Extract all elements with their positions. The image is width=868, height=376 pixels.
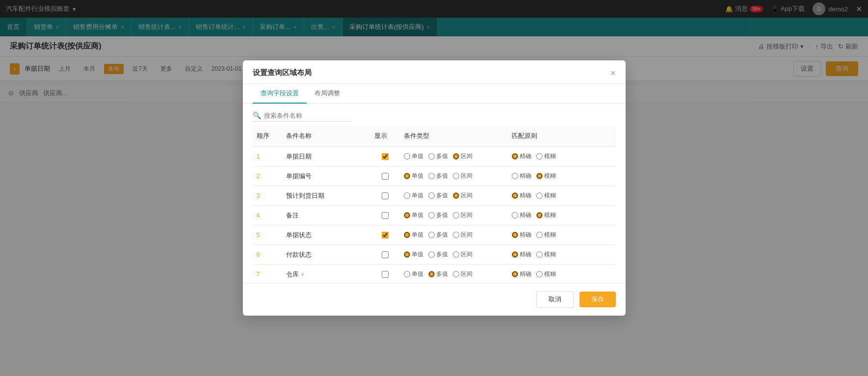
cond-radio-multi-2[interactable] [428, 192, 435, 199]
condition-type-group-3: 单值多值区间 [400, 208, 508, 222]
cond-single-6[interactable]: 单值 [404, 270, 423, 278]
row-display-5[interactable] [370, 248, 400, 261]
match-exact-6[interactable]: 精确 [512, 270, 531, 278]
cond-multi-5[interactable]: 多值 [428, 250, 448, 259]
match-radio-fuzzy-6[interactable] [536, 271, 543, 277]
cond-radio-multi-1[interactable] [428, 173, 435, 179]
row-display-2[interactable] [370, 189, 400, 202]
row-chevron-icon-6: ∨ [301, 271, 304, 277]
row-name-6[interactable]: 仓库∨ [282, 267, 370, 282]
save-button[interactable]: 保存 [579, 292, 616, 307]
cond-multi-4[interactable]: 多值 [428, 231, 448, 239]
match-radio-exact-3[interactable] [512, 212, 518, 218]
match-radio-fuzzy-4[interactable] [536, 232, 543, 238]
cond-radio-single-2[interactable] [404, 192, 410, 199]
row-display-6[interactable] [370, 268, 400, 281]
cond-radio-range-1[interactable] [453, 173, 459, 179]
cond-radio-multi-3[interactable] [428, 212, 435, 218]
match-radio-exact-0[interactable] [512, 153, 518, 160]
cond-range-4[interactable]: 区间 [453, 231, 473, 239]
match-fuzzy-0[interactable]: 模糊 [536, 152, 556, 161]
match-radio-exact-5[interactable] [512, 251, 518, 258]
cond-radio-multi-0[interactable] [428, 153, 435, 160]
match-fuzzy-2[interactable]: 模糊 [536, 191, 556, 200]
cond-radio-multi-4[interactable] [428, 232, 435, 238]
display-checkbox-6[interactable] [382, 271, 389, 278]
cond-radio-range-5[interactable] [453, 251, 459, 258]
display-checkbox-1[interactable] [382, 173, 389, 180]
match-rule-group-6: 精确模糊 [508, 267, 616, 281]
cond-multi-1[interactable]: 多值 [428, 172, 448, 180]
cond-single-1[interactable]: 单值 [404, 172, 423, 180]
match-radio-exact-6[interactable] [512, 271, 518, 277]
match-radio-fuzzy-3[interactable] [536, 212, 543, 218]
cond-multi-2[interactable]: 多值 [428, 191, 448, 200]
dialog-close-button[interactable]: × [610, 69, 616, 78]
match-radio-fuzzy-2[interactable] [536, 192, 543, 199]
cond-radio-single-5[interactable] [404, 251, 410, 258]
display-checkbox-5[interactable] [382, 251, 389, 258]
cond-range-2[interactable]: 区间 [453, 191, 473, 200]
cond-radio-single-4[interactable] [404, 232, 410, 238]
display-checkbox-2[interactable] [382, 192, 389, 199]
cond-radio-range-4[interactable] [453, 232, 459, 238]
cond-single-2[interactable]: 单值 [404, 191, 423, 200]
match-fuzzy-4[interactable]: 模糊 [536, 231, 556, 239]
match-rule-group-1: 精确模糊 [508, 169, 616, 183]
cond-radio-single-0[interactable] [404, 153, 410, 160]
match-radio-fuzzy-1[interactable] [536, 173, 543, 179]
cond-range-6[interactable]: 区间 [453, 270, 473, 278]
match-radio-fuzzy-5[interactable] [536, 251, 543, 258]
cond-range-3[interactable]: 区间 [453, 211, 473, 219]
header-name: 条件名称 [282, 130, 370, 142]
cond-single-4[interactable]: 单值 [404, 231, 423, 239]
match-fuzzy-5[interactable]: 模糊 [536, 250, 556, 259]
cond-radio-multi-6[interactable] [428, 271, 435, 277]
dialog-tab-query-fields[interactable]: 查询字段设置 [253, 84, 307, 104]
cond-radio-multi-5[interactable] [428, 251, 435, 258]
match-fuzzy-3[interactable]: 模糊 [536, 211, 556, 219]
cond-radio-single-3[interactable] [404, 212, 410, 218]
cond-range-0[interactable]: 区间 [453, 152, 473, 161]
row-display-3[interactable] [370, 209, 400, 222]
cond-radio-range-3[interactable] [453, 212, 459, 218]
match-exact-2[interactable]: 精确 [512, 191, 531, 200]
match-exact-3[interactable]: 精确 [512, 211, 531, 219]
table-row: 3预计到货日期单值多值区间精确模糊 [253, 186, 616, 206]
match-fuzzy-6[interactable]: 模糊 [536, 270, 556, 278]
cond-radio-single-1[interactable] [404, 173, 410, 179]
cancel-button[interactable]: 取消 [536, 291, 574, 308]
cond-multi-6[interactable]: 多值 [428, 270, 448, 278]
match-fuzzy-1[interactable]: 模糊 [536, 172, 556, 180]
cond-single-3[interactable]: 单值 [404, 211, 423, 219]
row-display-0[interactable] [370, 150, 400, 163]
row-display-4[interactable] [370, 229, 400, 242]
cond-multi-0[interactable]: 多值 [428, 152, 448, 161]
dialog-overlay: 设置查询区域布局 × 查询字段设置 布局调整 🔍 顺序 条件名称 显示 [0, 0, 868, 376]
match-radio-exact-2[interactable] [512, 192, 518, 199]
cond-radio-range-0[interactable] [453, 153, 459, 160]
cond-range-5[interactable]: 区间 [453, 250, 473, 259]
match-exact-5[interactable]: 精确 [512, 250, 531, 259]
match-exact-1[interactable]: 精确 [512, 172, 531, 180]
cond-range-1[interactable]: 区间 [453, 172, 473, 180]
display-checkbox-3[interactable] [382, 212, 389, 219]
cond-single-0[interactable]: 单值 [404, 152, 423, 161]
row-display-1[interactable] [370, 170, 400, 183]
dialog-tab-layout[interactable]: 布局调整 [307, 84, 348, 104]
search-input[interactable] [264, 112, 342, 119]
cond-radio-range-2[interactable] [453, 192, 459, 199]
match-radio-exact-4[interactable] [512, 232, 518, 238]
cond-radio-single-6[interactable] [404, 271, 410, 277]
display-checkbox-4[interactable] [382, 232, 389, 239]
row-index-0: 1 [253, 150, 282, 163]
match-label-exact-4: 精确 [520, 231, 531, 239]
match-exact-4[interactable]: 精确 [512, 231, 531, 239]
cond-radio-range-6[interactable] [453, 271, 459, 277]
match-radio-fuzzy-0[interactable] [536, 153, 543, 160]
cond-single-5[interactable]: 单值 [404, 250, 423, 259]
display-checkbox-0[interactable] [382, 153, 389, 160]
match-exact-0[interactable]: 精确 [512, 152, 531, 161]
match-radio-exact-1[interactable] [512, 173, 518, 179]
cond-multi-3[interactable]: 多值 [428, 211, 448, 219]
